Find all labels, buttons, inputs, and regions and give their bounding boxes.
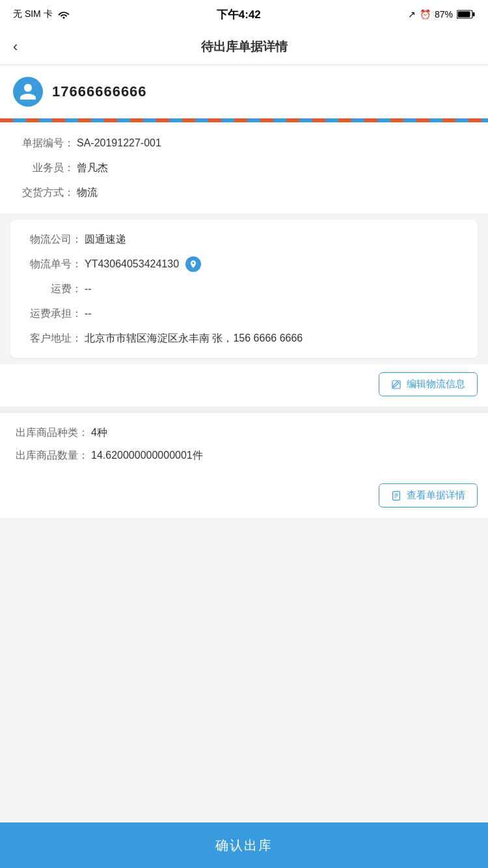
order-info-section: 单据编号： SA-20191227-001 业务员： 曾凡杰 交货方式： 物流 (0, 122, 488, 213)
status-bar-left: 无 SIM 卡 (13, 8, 70, 20)
logistics-company-value: 圆通速递 (85, 232, 465, 247)
location-pin-button[interactable] (185, 256, 201, 272)
location-icon: ↗ (408, 9, 416, 20)
address-label: 客户地址： (23, 331, 82, 346)
delivery-method-row: 交货方式： 物流 (16, 185, 472, 200)
document-number-label: 单据编号： (16, 135, 74, 151)
status-bar: 无 SIM 卡 下午4:42 ↗ ⏰ 87% (0, 0, 488, 29)
tracking-number-value: YT43064053424130 (85, 256, 179, 272)
view-detail-btn-label: 查看单据详情 (407, 489, 465, 502)
sales-person-row: 业务员： 曾凡杰 (16, 160, 472, 176)
customer-phone: 17666666666 (52, 83, 147, 100)
person-icon (18, 82, 38, 102)
wifi-icon (58, 10, 70, 19)
logistics-company-row: 物流公司： 圆通速递 (23, 232, 465, 247)
freight-label: 运费： (23, 281, 82, 297)
section-separator (0, 407, 488, 413)
delivery-method-label: 交货方式： (16, 185, 74, 200)
back-button[interactable]: ‹ (13, 33, 25, 61)
product-section: 出库商品种类： 4种 出库商品数量： 14.620000000000001件 (0, 413, 488, 476)
tracking-number-label: 物流单号： (23, 256, 82, 272)
edit-logistics-button[interactable]: 编辑物流信息 (379, 372, 478, 396)
sales-person-value: 曾凡杰 (77, 160, 472, 176)
product-category-value: 4种 (91, 426, 107, 440)
freight-value: -- (85, 281, 465, 297)
confirm-btn-label: 确认出库 (215, 837, 273, 854)
battery-text: 87% (435, 9, 453, 20)
edit-icon (391, 379, 401, 390)
page-title: 待出库单据详情 (201, 38, 288, 55)
address-value: 北京市市辖区海淀区永丰南 张，156 6666 6666 (85, 331, 465, 346)
tracking-row: YT43064053424130 (82, 256, 201, 272)
address-row: 客户地址： 北京市市辖区海淀区永丰南 张，156 6666 6666 (23, 331, 465, 346)
status-bar-time: 下午4:42 (217, 7, 261, 22)
document-icon (391, 491, 401, 501)
avatar (13, 77, 43, 107)
battery-icon (457, 10, 475, 19)
delivery-method-value: 物流 (77, 185, 472, 200)
confirm-button[interactable]: 确认出库 (0, 822, 488, 868)
tracking-number-row: 物流单号： YT43064053424130 (23, 256, 465, 272)
carrier-text: 无 SIM 卡 (13, 8, 53, 20)
product-quantity-row: 出库商品数量： 14.620000000000001件 (16, 449, 472, 463)
document-number-value: SA-20191227-001 (77, 135, 472, 151)
freight-bearer-label: 运费承担： (23, 306, 82, 321)
view-detail-button[interactable]: 查看单据详情 (379, 483, 478, 508)
sales-person-label: 业务员： (16, 160, 74, 176)
customer-header: 17666666666 (0, 65, 488, 118)
status-bar-right: ↗ ⏰ 87% (408, 9, 475, 20)
edit-btn-label: 编辑物流信息 (407, 378, 465, 390)
freight-bearer-row: 运费承担： -- (23, 306, 465, 321)
freight-bearer-value: -- (85, 306, 465, 321)
product-quantity-value: 14.620000000000001件 (91, 449, 203, 463)
nav-bar: ‹ 待出库单据详情 (0, 29, 488, 65)
document-number-row: 单据编号： SA-20191227-001 (16, 135, 472, 151)
logistics-company-label: 物流公司： (23, 232, 82, 247)
bottom-spacer (0, 518, 488, 570)
product-category-label: 出库商品种类： (16, 426, 88, 440)
svg-rect-2 (457, 12, 470, 18)
alarm-icon: ⏰ (420, 9, 431, 20)
product-quantity-label: 出库商品数量： (16, 449, 88, 463)
product-category-row: 出库商品种类： 4种 (16, 426, 472, 440)
view-detail-btn-container: 查看单据详情 (0, 476, 488, 518)
logistics-card: 物流公司： 圆通速递 物流单号： YT43064053424130 运费： --… (10, 220, 478, 358)
freight-row: 运费： -- (23, 281, 465, 297)
svg-rect-1 (472, 12, 474, 16)
edit-btn-container: 编辑物流信息 (0, 364, 488, 407)
pin-icon (189, 260, 198, 269)
